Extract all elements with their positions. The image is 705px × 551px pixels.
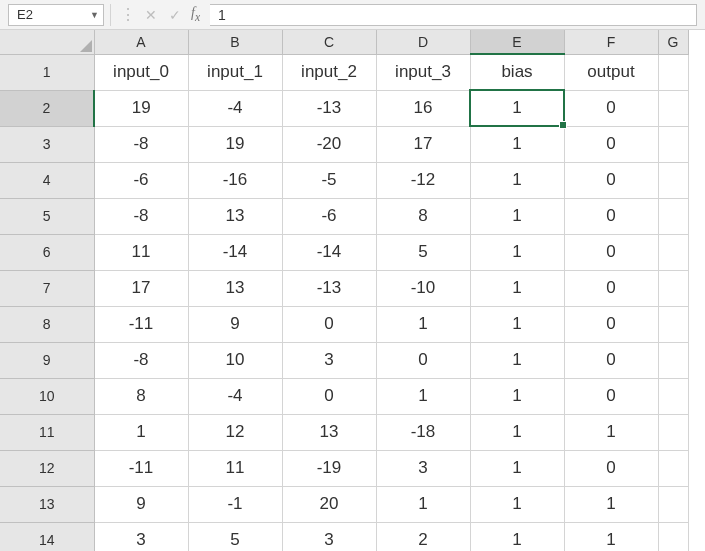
cell[interactable]: 0 [564,90,658,126]
cell[interactable] [658,450,688,486]
cell[interactable]: -11 [94,450,188,486]
cell[interactable]: input_3 [376,54,470,90]
cell[interactable] [658,234,688,270]
cell[interactable]: input_0 [94,54,188,90]
cell[interactable]: 1 [470,378,564,414]
fx-icon[interactable]: fx [187,5,206,24]
cell[interactable] [658,270,688,306]
cell[interactable]: 3 [94,522,188,551]
cell[interactable]: -20 [282,126,376,162]
cell[interactable]: 1 [564,522,658,551]
cell[interactable]: -10 [376,270,470,306]
row-header-8[interactable]: 8 [0,306,94,342]
row-header-12[interactable]: 12 [0,450,94,486]
col-header-g[interactable]: G [658,30,688,54]
cell[interactable]: -8 [94,342,188,378]
name-box[interactable]: E2 ▼ [8,4,104,26]
cell[interactable]: -4 [188,90,282,126]
row-header-2[interactable]: 2 [0,90,94,126]
cell[interactable]: 13 [188,270,282,306]
row-header-6[interactable]: 6 [0,234,94,270]
cell[interactable]: 1 [470,342,564,378]
row-header-5[interactable]: 5 [0,198,94,234]
cell[interactable]: 3 [282,522,376,551]
cell[interactable]: 2 [376,522,470,551]
cell[interactable]: 5 [188,522,282,551]
cell[interactable]: 1 [470,450,564,486]
formula-input[interactable]: 1 [210,4,697,26]
cell[interactable]: -12 [376,162,470,198]
cell[interactable]: 3 [376,450,470,486]
cell[interactable]: 0 [564,450,658,486]
cell[interactable] [658,342,688,378]
cell[interactable]: -6 [282,198,376,234]
cell[interactable]: 1 [470,270,564,306]
row-header-11[interactable]: 11 [0,414,94,450]
cell[interactable]: -18 [376,414,470,450]
row-header-13[interactable]: 13 [0,486,94,522]
cell[interactable]: 0 [376,342,470,378]
cell[interactable]: 1 [564,414,658,450]
cell[interactable]: -14 [188,234,282,270]
cell[interactable]: -8 [94,126,188,162]
row-header-3[interactable]: 3 [0,126,94,162]
cell[interactable]: 1 [470,126,564,162]
cell[interactable]: 9 [188,306,282,342]
cell[interactable]: 1 [470,162,564,198]
cell[interactable]: 17 [376,126,470,162]
cell[interactable]: 13 [282,414,376,450]
chevron-down-icon[interactable]: ▼ [90,10,99,20]
cell[interactable]: 0 [564,342,658,378]
cell[interactable]: 12 [188,414,282,450]
col-header-a[interactable]: A [94,30,188,54]
cell[interactable]: 1 [470,90,564,126]
cell[interactable]: 5 [376,234,470,270]
row-header-7[interactable]: 7 [0,270,94,306]
cell[interactable]: 19 [188,126,282,162]
cell[interactable] [658,198,688,234]
cell[interactable]: -1 [188,486,282,522]
cell[interactable]: 1 [376,486,470,522]
cell[interactable]: input_1 [188,54,282,90]
cell[interactable]: 1 [376,378,470,414]
cell[interactable]: 1 [470,486,564,522]
cell[interactable] [658,378,688,414]
cell[interactable] [658,126,688,162]
cell[interactable] [658,522,688,551]
cell[interactable] [658,90,688,126]
cell[interactable]: 1 [470,306,564,342]
col-header-b[interactable]: B [188,30,282,54]
cell[interactable]: -16 [188,162,282,198]
cell[interactable]: 8 [94,378,188,414]
cell[interactable]: 9 [94,486,188,522]
cell[interactable]: 1 [564,486,658,522]
cell[interactable]: output [564,54,658,90]
cell[interactable]: 11 [188,450,282,486]
cancel-icon[interactable]: ✕ [139,7,163,23]
cell[interactable]: -11 [94,306,188,342]
cell[interactable]: 0 [282,378,376,414]
cell[interactable]: 1 [470,234,564,270]
cell[interactable]: 20 [282,486,376,522]
cell[interactable] [658,306,688,342]
col-header-f[interactable]: F [564,30,658,54]
cell[interactable]: 0 [564,198,658,234]
row-header-14[interactable]: 14 [0,522,94,551]
cell[interactable]: 8 [376,198,470,234]
cell[interactable]: 0 [564,234,658,270]
cell[interactable]: 11 [94,234,188,270]
cell[interactable]: 10 [188,342,282,378]
cell[interactable]: -13 [282,90,376,126]
cell[interactable] [658,486,688,522]
cell[interactable]: -5 [282,162,376,198]
col-header-c[interactable]: C [282,30,376,54]
col-header-e[interactable]: E [470,30,564,54]
cell[interactable]: -8 [94,198,188,234]
cell[interactable]: 1 [94,414,188,450]
cell[interactable]: input_2 [282,54,376,90]
cell[interactable]: bias [470,54,564,90]
row-header-4[interactable]: 4 [0,162,94,198]
cell[interactable]: -14 [282,234,376,270]
cell[interactable]: 1 [470,414,564,450]
cell[interactable]: 3 [282,342,376,378]
